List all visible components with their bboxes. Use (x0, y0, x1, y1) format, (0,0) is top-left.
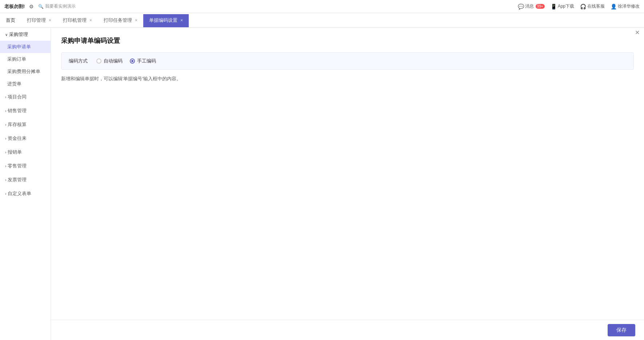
tab-document-code-settings-label: 单据编码设置 (149, 17, 177, 24)
search-text: 我要看实例演示 (45, 3, 76, 9)
settings-icon[interactable] (29, 4, 34, 9)
tab-printer-management-close[interactable]: × (89, 18, 92, 23)
sidebar-group-purchase-label: 采购管理 (9, 31, 28, 38)
tab-print-task-management-close[interactable]: × (135, 18, 137, 23)
app-icon (551, 4, 557, 9)
page-title: 采购申请单编码设置 (61, 36, 634, 45)
manual-code-radio-circle (130, 58, 135, 64)
chevron-right-icon2: › (5, 109, 6, 113)
app-download-label: App下载 (558, 3, 574, 9)
sidebar-item-purchase-request-label: 采购申请单 (7, 44, 31, 50)
sidebar-group-project[interactable]: › 项目合同 (0, 90, 51, 104)
sidebar: ∨ 采购管理 采购申请单 采购订单 采购费用分摊单 进货单 › 项目合同 › 销… (0, 28, 51, 340)
sidebar-item-purchase-order-label: 采购订单 (7, 56, 26, 62)
sidebar-group-retail-label: 零售管理 (8, 163, 27, 169)
user-name: 徐泽华修改 (618, 3, 640, 9)
message-label: 消息 (525, 3, 534, 9)
chevron-right-icon5: › (5, 150, 6, 154)
content-footer: 保存 (51, 320, 644, 340)
sidebar-group-purchase: ∨ 采购管理 采购申请单 采购订单 采购费用分摊单 进货单 (0, 28, 51, 90)
user-item[interactable]: 徐泽华修改 (611, 3, 640, 9)
save-button[interactable]: 保存 (608, 324, 635, 336)
sidebar-item-purchase-expense[interactable]: 采购费用分摊单 (0, 65, 51, 78)
sidebar-item-purchase-order[interactable]: 采购订单 (0, 53, 51, 65)
tab-home[interactable]: 首页 (0, 14, 21, 27)
tab-printer-management-label: 打印机管理 (63, 17, 87, 24)
chevron-right-icon4: › (5, 137, 6, 141)
sidebar-group-sales[interactable]: › 销售管理 (0, 104, 51, 118)
tab-document-code-settings[interactable]: 单据编码设置 × (143, 14, 189, 27)
search-icon: 🔍 (38, 4, 44, 9)
sidebar-group-expense-report-label: 报销单 (8, 149, 22, 155)
search-area[interactable]: 🔍 我要看实例演示 (38, 3, 76, 9)
sidebar-group-inventory-label: 库存核算 (8, 121, 27, 128)
auto-code-label: 自动编码 (104, 58, 123, 64)
tab-print-task-management[interactable]: 打印任务管理 × (98, 14, 143, 27)
chevron-right-icon3: › (5, 123, 6, 127)
sidebar-group-invoice-label: 发票管理 (8, 177, 27, 183)
tab-print-management-close[interactable]: × (49, 18, 51, 23)
tab-bar: 首页 打印管理 × 打印机管理 × 打印任务管理 × 单据编码设置 × (0, 13, 644, 28)
sidebar-group-inventory[interactable]: › 库存核算 (0, 118, 51, 131)
chevron-right-icon: › (5, 95, 6, 99)
sidebar-item-purchase-expense-label: 采购费用分摊单 (7, 68, 40, 75)
sidebar-group-retail[interactable]: › 零售管理 (0, 159, 51, 173)
chevron-right-icon8: › (5, 192, 6, 196)
tab-home-label: 首页 (6, 17, 15, 24)
chevron-right-icon7: › (5, 178, 6, 182)
sidebar-group-custom-form-label: 自定义表单 (8, 190, 31, 197)
message-badge: 99+ (536, 4, 545, 9)
app-download-item[interactable]: App下载 (551, 3, 574, 9)
encoding-label: 编码方式 (69, 58, 88, 64)
service-icon (580, 4, 586, 9)
encoding-section: 编码方式 自动编码 手工编码 (61, 52, 634, 70)
tab-print-management-label: 打印管理 (27, 17, 46, 24)
sidebar-group-custom-form[interactable]: › 自定义表单 (0, 187, 51, 201)
auto-code-radio[interactable]: 自动编码 (96, 58, 123, 64)
auto-code-radio-circle (96, 58, 101, 64)
manual-code-radio-dot (131, 60, 133, 62)
content-area: 采购申请单编码设置 编码方式 自动编码 手工编码 (51, 28, 644, 340)
sidebar-group-sales-label: 销售管理 (8, 108, 27, 114)
tab-document-code-settings-close[interactable]: × (180, 18, 183, 23)
sidebar-item-purchase-request[interactable]: 采购申请单 (0, 41, 51, 53)
top-bar: 老板勿割! 🔍 我要看实例演示 消息 99+ App下载 在线客服 徐泽华修改 (0, 0, 644, 13)
chevron-right-icon6: › (5, 164, 6, 168)
sidebar-group-purchase-title[interactable]: ∨ 采购管理 (0, 28, 51, 41)
tab-printer-management[interactable]: 打印机管理 × (57, 14, 98, 27)
sidebar-group-finance-label: 资金往来 (8, 135, 27, 142)
radio-group: 自动编码 手工编码 (96, 58, 156, 64)
manual-code-radio[interactable]: 手工编码 (130, 58, 156, 64)
hint-text: 新增和编辑单据时，可以编辑'单据编号'输入框中的内容。 (61, 76, 634, 82)
message-item[interactable]: 消息 99+ (518, 3, 545, 9)
sidebar-item-stock-in[interactable]: 进货单 (0, 78, 51, 90)
tab-print-management[interactable]: 打印管理 × (21, 14, 57, 27)
chevron-down-icon: ∨ (5, 33, 8, 37)
sidebar-item-stock-in-label: 进货单 (7, 81, 21, 87)
manual-code-label: 手工编码 (137, 58, 156, 64)
sidebar-group-invoice[interactable]: › 发票管理 (0, 173, 51, 187)
message-icon (518, 4, 524, 9)
sidebar-group-project-label: 项目合同 (8, 94, 27, 100)
sidebar-group-finance[interactable]: › 资金往来 (0, 131, 51, 145)
sidebar-group-expense-report[interactable]: › 报销单 (0, 145, 51, 159)
logo: 老板勿割! (4, 3, 25, 10)
online-service-item[interactable]: 在线客服 (580, 3, 605, 9)
tab-print-task-management-label: 打印任务管理 (104, 17, 132, 24)
user-icon (611, 4, 617, 9)
online-service-label: 在线客服 (587, 3, 605, 9)
close-panel-button[interactable]: ✕ (635, 29, 640, 36)
